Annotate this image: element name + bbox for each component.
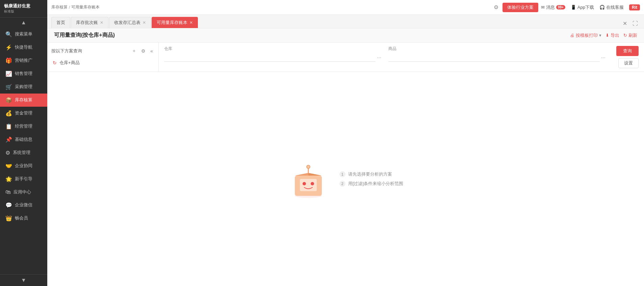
tab-close-batch-ledger[interactable]: ✕: [100, 21, 103, 25]
filter-area: 仓库 ··· 商品 ···: [159, 43, 611, 72]
sidebar-item-marketing[interactable]: 🎁 营销推广: [0, 54, 47, 67]
newuser-icon: 🌟: [5, 176, 12, 182]
main-area: 库存核算 / 可用量库存账本 ⚙ 体验行业方案 ✉ 消息 99+ 📱 App下载…: [47, 0, 644, 286]
logo-sub: 标准版: [4, 9, 43, 14]
phone-icon: 📱: [571, 5, 576, 10]
tab-home[interactable]: 首页: [51, 17, 70, 28]
svg-point-5: [303, 182, 306, 185]
topbar-settings-button[interactable]: ⚙: [492, 3, 500, 12]
system-icon: ⚙: [5, 150, 10, 156]
warehouse-dots-btn[interactable]: ···: [377, 55, 381, 61]
sidebar-item-system[interactable]: ⚙ 系统管理: [0, 146, 47, 159]
marketing-icon: 🎁: [5, 57, 12, 64]
query-action-area: 查询 设置: [611, 43, 644, 72]
warehouse-input-row: ···: [164, 54, 382, 62]
sidebar-item-inventory[interactable]: 📦 库存核算: [0, 94, 47, 107]
headset-icon: 🎧: [599, 5, 605, 10]
print-btn[interactable]: 🖨 按模板打印 ▾: [570, 32, 601, 38]
tab-close-receipt-summary[interactable]: ✕: [143, 21, 146, 25]
settings-button[interactable]: 设置: [618, 58, 639, 68]
tip-text-2: 用[过滤]条件来缩小分析范围: [348, 181, 403, 187]
messages-label: 消息: [546, 4, 555, 10]
sales-icon: 📈: [5, 71, 12, 77]
sidebar-item-newuser[interactable]: 🌟 新手引导: [0, 173, 47, 186]
topbar: 库存核算 / 可用量库存账本 ⚙ 体验行业方案 ✉ 消息 99+ 📱 App下载…: [47, 0, 644, 15]
sidebar-item-label-search: 搜索菜单: [15, 31, 32, 37]
scheme-item-label: 仓库+商品: [59, 60, 80, 66]
sidebar-item-label-system: 系统管理: [13, 150, 30, 156]
sidebar-item-label-purchase: 采购管理: [15, 84, 32, 90]
tab-receipt-summary[interactable]: 收发存汇总表✕: [109, 17, 151, 28]
refresh-btn[interactable]: ↻ 刷新: [623, 32, 637, 38]
scheme-collapse-btn[interactable]: «: [149, 48, 154, 54]
scheme-settings-btn[interactable]: ⚙: [140, 48, 147, 54]
messages-badge: 99+: [556, 5, 565, 9]
search-icon: 🔍: [5, 31, 12, 37]
page-header: 可用量查询(按仓库+商品) 🖨 按模板打印 ▾ ⬇ 导出 ↻ 刷新: [47, 28, 644, 43]
empty-state-content: 1 请先选择要分析的方案 2 用[过滤]条件来缩小分析范围: [288, 159, 403, 199]
content-area: 可用量查询(按仓库+商品) 🖨 按模板打印 ▾ ⬇ 导出 ↻ 刷新: [47, 28, 644, 286]
sidebar-item-label-finance: 资金管理: [15, 110, 32, 116]
refresh-label: 刷新: [628, 32, 637, 38]
goods-input[interactable]: [388, 54, 600, 62]
tabbar-actions: ✕ ⛶: [621, 19, 640, 28]
sidebar-scroll-down[interactable]: ▼: [0, 274, 47, 286]
print-icon: 🖨: [570, 33, 574, 38]
scheme-add-btn[interactable]: ＋: [130, 47, 138, 55]
tabbar-close-button[interactable]: ✕: [621, 19, 629, 28]
scheme-panel: 按以下方案查询 ＋ ⚙ « ↻ 仓库+商品: [47, 43, 159, 72]
scheme-warehouse-goods[interactable]: ↻ 仓库+商品: [47, 57, 158, 68]
messages-item[interactable]: ✉ 消息 99+: [541, 4, 565, 10]
sidebar-item-operations[interactable]: 📋 经营管理: [0, 120, 47, 133]
inventory-icon: 📦: [5, 97, 12, 103]
sidebar-item-quick-nav[interactable]: ⚡ 快捷导航: [0, 41, 47, 54]
goods-dots-btn[interactable]: ···: [601, 55, 606, 61]
tip-text-1: 请先选择要分析的方案: [348, 171, 392, 177]
app-download-item[interactable]: 📱 App下载: [571, 4, 594, 10]
quick-nav-icon: ⚡: [5, 44, 12, 51]
svg-marker-2: [295, 173, 308, 176]
tab-available-ledger[interactable]: 可用量库存账本✕: [152, 17, 198, 28]
breadcrumb-sep: /: [69, 5, 70, 10]
sidebar-item-finance[interactable]: 💰 资金管理: [0, 107, 47, 120]
sidebar-item-label-quick-nav: 快捷导航: [15, 44, 32, 50]
sidebar-item-label-enterprise: 企业协同: [15, 163, 32, 169]
sidebar-item-wechat[interactable]: 💬 企业微信: [0, 199, 47, 212]
sidebar-item-sales[interactable]: 📈 销售管理: [0, 67, 47, 80]
sidebar-item-basic[interactable]: 📌 基础信息: [0, 133, 47, 146]
wechat-icon: 💬: [5, 202, 12, 208]
export-btn[interactable]: ⬇ 导出: [606, 32, 619, 38]
basic-icon: 📌: [5, 136, 12, 143]
query-button[interactable]: 查询: [616, 46, 639, 56]
online-service-item[interactable]: 🎧 在线客服: [599, 4, 624, 10]
sidebar-item-label-member: 畅会员: [15, 215, 28, 221]
warehouse-input[interactable]: [164, 54, 376, 62]
sidebar-item-search[interactable]: 🔍 搜索菜单: [0, 28, 47, 41]
tab-close-available-ledger[interactable]: ✕: [189, 21, 193, 25]
sidebar-item-label-newuser: 新手引导: [15, 176, 32, 182]
breadcrumb: 库存核算 / 可用量库存账本: [51, 4, 490, 10]
tab-label-receipt-summary: 收发存汇总表: [114, 20, 140, 26]
sidebar-logo: 畅康通好生意 标准版: [0, 0, 47, 18]
tab-batch-ledger[interactable]: 库存批次账✕: [71, 17, 108, 28]
refresh-icon: ↻: [623, 33, 627, 38]
goods-filter-group: 商品 ···: [388, 46, 606, 62]
page-title: 可用量查询(按仓库+商品): [54, 32, 115, 39]
tab-label-batch-ledger: 库存批次账: [76, 20, 98, 26]
breadcrumb-item-1: 库存核算: [51, 4, 68, 10]
scheme-panel-header: 按以下方案查询 ＋ ⚙ «: [47, 46, 158, 57]
sidebar-item-purchase[interactable]: 🛒 采购管理: [0, 80, 47, 94]
page-header-actions: 🖨 按模板打印 ▾ ⬇ 导出 ↻ 刷新: [570, 32, 637, 38]
sidebar-scroll-up[interactable]: ▲: [0, 18, 47, 28]
sidebar-item-label-basic: 基础信息: [15, 136, 32, 142]
sidebar-item-appstore[interactable]: 🛍 应用中心: [0, 186, 47, 199]
svg-point-6: [311, 182, 314, 185]
tabbar-expand-button[interactable]: ⛶: [630, 19, 640, 28]
sidebar-item-enterprise[interactable]: 🤝 企业协同: [0, 159, 47, 173]
trial-btn[interactable]: 体验行业方案: [503, 3, 538, 12]
purchase-icon: 🛒: [5, 84, 12, 90]
app-download-label: App下载: [577, 4, 594, 10]
sidebar-item-member[interactable]: 👑 畅会员: [0, 212, 47, 225]
print-chevron-icon: ▾: [599, 33, 601, 38]
sidebar-item-label-sales: 销售管理: [15, 71, 32, 77]
